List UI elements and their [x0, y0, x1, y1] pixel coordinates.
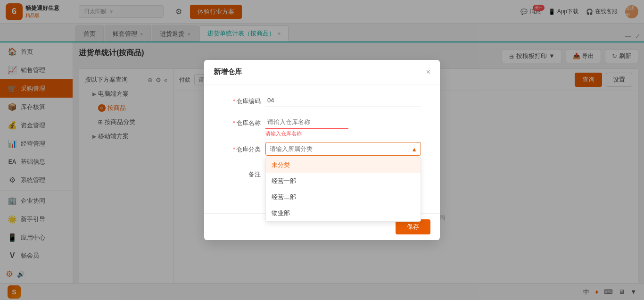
- modal-header: 新增仓库 ×: [204, 60, 440, 84]
- warehouse-code-input[interactable]: [265, 94, 421, 107]
- modal-close-button[interactable]: ×: [426, 68, 430, 76]
- warehouse-category-wrap: ▲ 未分类 经营一部 经营二部 物业部: [265, 142, 421, 156]
- new-warehouse-modal: 新增仓库 × 仓库编码 仓库名称 请输入仓库名称 仓库分类: [204, 60, 440, 240]
- dropdown-item-property[interactable]: 物业部: [266, 205, 421, 221]
- warehouse-name-wrap: 请输入仓库名称: [265, 116, 421, 129]
- modal-title: 新增仓库: [214, 67, 242, 76]
- category-dropdown: 未分类 经营一部 经营二部 物业部: [265, 157, 421, 222]
- warehouse-name-error: 请输入仓库名称: [265, 130, 302, 137]
- warehouse-name-input[interactable]: [265, 116, 348, 129]
- warehouse-code-label: 仓库编码: [223, 94, 261, 106]
- form-row-code: 仓库编码: [223, 94, 421, 107]
- warehouse-category-input[interactable]: [265, 142, 421, 156]
- form-row-category: 仓库分类 ▲ 未分类 经营一部 经营二部 物业部: [223, 142, 421, 156]
- warehouse-name-label: 仓库名称: [223, 116, 261, 127]
- modal-body: 仓库编码 仓库名称 请输入仓库名称 仓库分类 ▲ 未分类: [204, 84, 440, 213]
- form-row-name: 仓库名称 请输入仓库名称: [223, 116, 421, 129]
- warehouse-category-label: 仓库分类: [223, 142, 261, 154]
- note-label: 备注: [223, 167, 261, 179]
- dropdown-item-uncategorized[interactable]: 未分类: [266, 157, 421, 173]
- dropdown-item-operation2[interactable]: 经营二部: [266, 189, 421, 205]
- modal-backdrop: 新增仓库 × 仓库编码 仓库名称 请输入仓库名称 仓库分类: [0, 0, 644, 300]
- dropdown-item-operation1[interactable]: 经营一部: [266, 173, 421, 189]
